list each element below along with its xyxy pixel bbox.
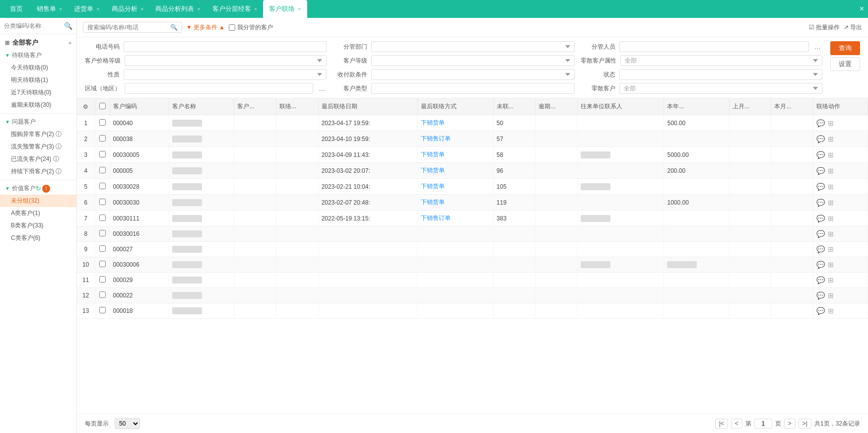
sidebar-item-typeC[interactable]: C类客户(6) bbox=[0, 232, 76, 244]
tab-customer-contact[interactable]: 客户联络 × bbox=[263, 0, 307, 18]
row-check[interactable] bbox=[95, 211, 110, 226]
more-conditions-btn[interactable]: ▼ 更多条件 ▲ bbox=[186, 23, 225, 32]
grid-action-icon[interactable]: ⊞ bbox=[828, 276, 834, 284]
filter-customer-type-input[interactable] bbox=[371, 83, 574, 94]
sidebar-item-7days[interactable]: 近7天待联络(0) bbox=[0, 86, 76, 99]
tab-goods-analysis[interactable]: 商品分析 × bbox=[106, 0, 149, 18]
sidebar-collapse-btn[interactable]: « bbox=[68, 40, 71, 46]
last-method-link[interactable]: 下销售订单 bbox=[421, 135, 451, 142]
chat-icon[interactable]: 💬 bbox=[816, 307, 825, 315]
close-all-btn[interactable]: × bbox=[860, 4, 864, 13]
all-customers-header[interactable]: ⊞ 全部客户 « bbox=[0, 34, 76, 49]
row-check[interactable] bbox=[95, 273, 110, 288]
tab-purchase[interactable]: 进货单 × bbox=[68, 0, 105, 18]
last-page-btn[interactable]: >| bbox=[799, 419, 811, 429]
row-check[interactable] bbox=[95, 303, 110, 319]
reset-btn[interactable]: 设置 bbox=[830, 57, 860, 71]
col-header-check[interactable] bbox=[95, 98, 110, 115]
page-input[interactable] bbox=[754, 419, 772, 429]
row-check[interactable] bbox=[95, 195, 110, 211]
sidebar-item-declining[interactable]: 持续下滑客户(2) ⓘ bbox=[0, 165, 76, 178]
last-method-link[interactable]: 下销售订单 bbox=[421, 215, 451, 221]
row-checkbox[interactable] bbox=[99, 230, 106, 236]
chat-icon[interactable]: 💬 bbox=[816, 291, 825, 299]
row-checkbox[interactable] bbox=[99, 291, 106, 298]
export-btn[interactable]: ↗ 导出 bbox=[844, 23, 862, 32]
tab-goods-list[interactable]: 商品分析列表 × bbox=[149, 0, 206, 18]
tab-home[interactable]: 首页 bbox=[4, 0, 29, 18]
row-checkbox[interactable] bbox=[99, 199, 106, 205]
grid-action-icon[interactable]: ⊞ bbox=[828, 307, 834, 315]
filter-nature-select[interactable] bbox=[124, 69, 327, 80]
grid-action-icon[interactable]: ⊞ bbox=[828, 215, 834, 222]
chat-icon[interactable]: 💬 bbox=[816, 119, 825, 127]
filter-customer-level-select[interactable] bbox=[371, 55, 574, 66]
chat-icon[interactable]: 💬 bbox=[816, 261, 825, 269]
row-check[interactable] bbox=[95, 147, 110, 163]
filter-payment-select[interactable] bbox=[371, 69, 574, 80]
sidebar-search-input[interactable] bbox=[4, 22, 64, 29]
tab-customer-layer[interactable]: 客户分层经客 × bbox=[206, 0, 263, 18]
sidebar-item-today[interactable]: 今天待联络(0) bbox=[0, 62, 76, 74]
chat-icon[interactable]: 💬 bbox=[816, 199, 825, 207]
filter-status-select[interactable] bbox=[619, 69, 822, 80]
chat-icon[interactable]: 💬 bbox=[816, 135, 825, 143]
row-checkbox[interactable] bbox=[99, 119, 106, 126]
filter-dept-select[interactable] bbox=[371, 41, 574, 52]
row-checkbox[interactable] bbox=[99, 307, 106, 313]
row-check[interactable] bbox=[95, 257, 110, 273]
grid-action-icon[interactable]: ⊞ bbox=[828, 119, 834, 127]
sidebar-item-ungroup[interactable]: 未分组(32) bbox=[0, 195, 76, 207]
last-method-link[interactable]: 下销货单 bbox=[421, 119, 445, 126]
row-check[interactable] bbox=[95, 288, 110, 303]
first-page-btn[interactable]: |< bbox=[715, 419, 728, 429]
col-header-settings[interactable]: ⚙ bbox=[77, 98, 95, 115]
sidebar-search-icon[interactable]: 🔍 bbox=[64, 22, 72, 30]
grid-action-icon[interactable]: ⊞ bbox=[828, 245, 834, 253]
row-checkbox[interactable] bbox=[99, 183, 106, 189]
refresh-icon[interactable]: ↻ bbox=[36, 185, 41, 192]
grid-action-icon[interactable]: ⊞ bbox=[828, 199, 834, 207]
row-checkbox[interactable] bbox=[99, 245, 106, 252]
row-check[interactable] bbox=[95, 115, 110, 131]
tab-customer-contact-close[interactable]: × bbox=[298, 6, 301, 12]
per-page-select[interactable]: 50 20 100 bbox=[115, 418, 140, 429]
grid-action-icon[interactable]: ⊞ bbox=[828, 291, 834, 299]
my-customers-checkbox[interactable] bbox=[229, 24, 235, 31]
row-checkbox[interactable] bbox=[99, 167, 106, 173]
query-btn[interactable]: 查询 bbox=[830, 41, 860, 55]
next-page-btn[interactable]: > bbox=[784, 419, 796, 429]
row-check[interactable] bbox=[95, 163, 110, 179]
chat-icon[interactable]: 💬 bbox=[816, 230, 825, 238]
main-search-input[interactable] bbox=[87, 24, 170, 31]
filter-phone-input[interactable] bbox=[124, 41, 327, 52]
row-check[interactable] bbox=[95, 131, 110, 147]
sidebar-item-lost[interactable]: 已流失客户(24) ⓘ bbox=[0, 153, 76, 165]
chat-icon[interactable]: 💬 bbox=[816, 183, 825, 191]
tab-sales-close[interactable]: × bbox=[59, 6, 62, 12]
sidebar-item-churn-warning[interactable]: 流失预警客户(3) ⓘ bbox=[0, 141, 76, 153]
sidebar-item-typeA[interactable]: A类客户(1) bbox=[0, 207, 76, 219]
sidebar-item-overdue[interactable]: 逾期未联络(30) bbox=[0, 99, 76, 111]
main-search-icon[interactable]: 🔍 bbox=[170, 24, 178, 31]
filter-manager-input[interactable] bbox=[619, 41, 809, 52]
chat-icon[interactable]: 💬 bbox=[816, 215, 825, 222]
filter-region-input[interactable] bbox=[125, 83, 313, 94]
filter-manager-more[interactable]: … bbox=[813, 42, 822, 52]
row-checkbox[interactable] bbox=[99, 276, 106, 283]
filter-scattered-select[interactable]: 全部 bbox=[619, 83, 822, 94]
row-checkbox[interactable] bbox=[99, 151, 106, 157]
grid-action-icon[interactable]: ⊞ bbox=[828, 230, 834, 238]
chat-icon[interactable]: 💬 bbox=[816, 151, 825, 159]
row-checkbox[interactable] bbox=[99, 135, 106, 142]
batch-operation-btn[interactable]: ☑ 批量操作 bbox=[809, 23, 840, 32]
row-check[interactable] bbox=[95, 242, 110, 257]
row-checkbox[interactable] bbox=[99, 215, 106, 221]
tab-purchase-close[interactable]: × bbox=[96, 6, 99, 12]
row-check[interactable] bbox=[95, 226, 110, 242]
last-method-link[interactable]: 下销货单 bbox=[421, 151, 445, 158]
tab-goods-analysis-close[interactable]: × bbox=[140, 6, 143, 12]
filter-scattered-attr-select[interactable]: 全部 bbox=[620, 55, 822, 66]
chat-icon[interactable]: 💬 bbox=[816, 167, 825, 175]
sidebar-group-pending[interactable]: ▼ 待联络客户 bbox=[0, 49, 76, 62]
